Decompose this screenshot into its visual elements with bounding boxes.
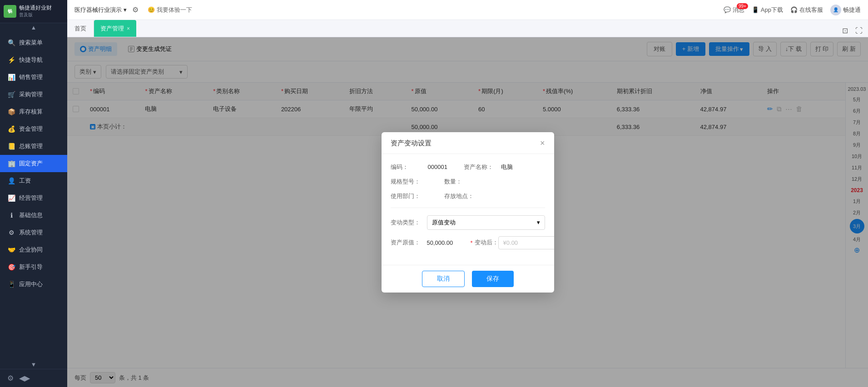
company-dropdown-icon: ▾ — [124, 6, 127, 13]
dialog-change-type-row: 变动类型： 原值变动 ▾ — [391, 215, 545, 230]
tab-expand-icon[interactable]: ⛶ — [853, 25, 864, 37]
dialog-cancel-btn[interactable]: 取消 — [422, 271, 465, 287]
basic-info-icon: ℹ — [7, 211, 15, 219]
app-title: 畅捷通好业财 — [19, 5, 52, 12]
dialog-qty-label: 数量： — [444, 178, 476, 186]
ledger-icon: 📒 — [7, 142, 15, 150]
user-name: 畅捷通 — [843, 6, 861, 14]
sidebar-item-purchase[interactable]: 🛒 采购管理 — [0, 86, 67, 103]
dialog-row-code-name: 编码： 000001 资产名称： 电脑 — [391, 163, 545, 171]
change-type-dropdown-icon: ▾ — [537, 219, 540, 226]
fund-icon: 💰 — [7, 125, 15, 133]
sidebar-item-operations[interactable]: 📈 经营管理 — [0, 189, 67, 207]
sidebar-item-fixed-assets[interactable]: 🏢 固定资产 — [0, 155, 67, 172]
sidebar-scroll-up[interactable]: ▲ — [0, 23, 67, 32]
system-icon: ⚙ — [7, 228, 15, 237]
page-content: 资产明细 变更生成凭证 对账 + 新增 批量操作 ▾ 导 入 ↓下 载 打 印 — [67, 37, 868, 387]
payroll-icon: 👤 — [7, 177, 15, 185]
dialog-required-mark: * — [471, 239, 473, 246]
dialog-save-btn[interactable]: 保存 — [472, 271, 514, 287]
tabbar: 首页 资产管理 × ⊡ ⛶ — [67, 20, 868, 37]
dialog-footer: 取消 保存 — [382, 265, 554, 293]
fixed-assets-icon: 🏢 — [7, 159, 15, 168]
logo-icon: 畅 — [4, 5, 16, 18]
sidebar-item-ledger[interactable]: 📒 总账管理 — [0, 138, 67, 155]
dialog-original-label: 资产原值： — [391, 238, 427, 247]
messages-btn[interactable]: 💬 消息 99+ — [724, 6, 744, 14]
inventory-icon: 📦 — [7, 108, 15, 116]
topbar-right: 💬 消息 99+ 📱 App下载 🎧 在线客服 👤 畅捷通 — [724, 5, 861, 15]
sidebar-item-quick-nav[interactable]: ⚡ 快捷导航 — [0, 51, 67, 69]
app-download-icon: 📱 — [752, 6, 759, 13]
dialog-name-value: 电脑 — [501, 163, 513, 171]
purchase-icon: 🛒 — [7, 90, 15, 99]
dialog-change-type-select[interactable]: 原值变动 ▾ — [427, 215, 545, 230]
dialog-after-label: 变动后： — [475, 238, 498, 247]
messages-badge: 99+ — [737, 3, 748, 9]
dialog-body: 编码： 000001 资产名称： 电脑 规格型号： 数量： — [382, 154, 554, 265]
avatar: 👤 — [830, 5, 841, 15]
app-center-icon: 📱 — [7, 280, 15, 288]
operations-icon: 📈 — [7, 194, 15, 202]
company-name: 医疗器械行业演示 — [74, 6, 122, 14]
sidebar-item-search[interactable]: 🔍 搜索菜单 — [0, 34, 67, 51]
tab-home[interactable]: 首页 — [67, 20, 94, 37]
sales-icon: 📊 — [7, 73, 15, 81]
dialog-title: 资产变动设置 — [391, 139, 432, 148]
dialog-spec-label: 规格型号： — [391, 178, 422, 186]
sidebar-item-basic-info[interactable]: ℹ 基础信息 — [0, 207, 67, 224]
sidebar-header: 畅 畅捷通好业财 普及版 — [0, 0, 67, 23]
collapse-icon[interactable]: ◀▶ — [19, 374, 30, 382]
user-menu[interactable]: 👤 畅捷通 — [830, 5, 861, 15]
dialog-code-label: 编码： — [391, 163, 422, 171]
sidebar-item-enterprise[interactable]: 🤝 企业协同 — [0, 241, 67, 258]
dialog-close-icon[interactable]: × — [540, 139, 545, 148]
dialog-code-value: 000001 — [428, 164, 447, 170]
dialog-change-type-value: 原值变动 — [432, 218, 456, 227]
sidebar-item-fund[interactable]: 💰 资金管理 — [0, 120, 67, 138]
tab-close-icon[interactable]: × — [127, 25, 130, 32]
app-edition: 普及版 — [19, 12, 52, 18]
sidebar-item-payroll[interactable]: 👤 工资 — [0, 172, 67, 189]
app-download-btn[interactable]: 📱 App下载 — [752, 6, 783, 14]
search-icon: 🔍 — [7, 39, 15, 47]
dialog-dept-label: 使用部门： — [391, 192, 422, 200]
dialog-header: 资产变动设置 × — [382, 132, 554, 154]
customer-service-btn[interactable]: 🎧 在线客服 — [790, 6, 823, 14]
dialog-original-value: 50,000.00 — [427, 239, 463, 246]
customer-service-icon: 🎧 — [790, 6, 798, 13]
tab-asset-management[interactable]: 资产管理 × — [94, 20, 136, 37]
modal-overlay: 资产变动设置 × 编码： 000001 资产名称： 电脑 规格 — [67, 37, 868, 387]
sidebar-title-wrap: 畅捷通好业财 普及版 — [19, 5, 52, 18]
tabbar-right: ⊡ ⛶ — [840, 25, 868, 37]
sidebar-item-sales[interactable]: 📊 销售管理 — [0, 69, 67, 86]
tab-window-restore-icon[interactable]: ⊡ — [840, 25, 850, 37]
dialog-location-label: 存放地点： — [444, 192, 476, 200]
sidebar-nav: 🔍 搜索菜单 ⚡ 快捷导航 📊 销售管理 🛒 采购管理 📦 库存核算 💰 资金管… — [0, 32, 67, 360]
enterprise-icon: 🤝 — [7, 246, 15, 254]
main-area: 医疗器械行业演示 ▾ ⚙ 😊 我要体验一下 💬 消息 99+ 📱 App下载 🎧… — [67, 0, 868, 387]
topbar: 医疗器械行业演示 ▾ ⚙ 😊 我要体验一下 💬 消息 99+ 📱 App下载 🎧… — [67, 0, 868, 20]
quick-nav-icon: ⚡ — [7, 56, 15, 64]
dialog-change-type-label: 变动类型： — [391, 218, 427, 227]
sidebar-item-guide[interactable]: 🎯 新手引导 — [0, 258, 67, 276]
guide-icon: 🎯 — [7, 263, 15, 271]
dialog-asset-change: 资产变动设置 × 编码： 000001 资产名称： 电脑 规格 — [382, 132, 554, 293]
sidebar-scroll-down[interactable]: ▼ — [0, 360, 67, 369]
sidebar-footer: ⚙ ◀▶ — [0, 369, 67, 387]
dialog-row-dept-location: 使用部门： 存放地点： — [391, 192, 545, 200]
dialog-name-label: 资产名称： — [464, 163, 496, 171]
dialog-after-change-input[interactable] — [498, 236, 554, 249]
sidebar-item-inventory[interactable]: 📦 库存核算 — [0, 103, 67, 120]
sidebar-item-system[interactable]: ⚙ 系统管理 — [0, 224, 67, 241]
settings-icon[interactable]: ⚙ — [7, 374, 14, 382]
dialog-value-row: 资产原值： 50,000.00 * 变动后： — [391, 236, 545, 249]
topbar-settings-icon[interactable]: ⚙ — [132, 5, 139, 14]
experience-icon: 😊 — [148, 6, 155, 13]
sidebar: 畅 畅捷通好业财 普及版 ▲ 🔍 搜索菜单 ⚡ 快捷导航 📊 销售管理 🛒 采购… — [0, 0, 67, 387]
sidebar-item-app-center[interactable]: 📱 应用中心 — [0, 276, 67, 293]
content-area: 资产明细 变更生成凭证 对账 + 新增 批量操作 ▾ 导 入 ↓下 载 打 印 — [67, 37, 868, 387]
dialog-row-spec-qty: 规格型号： 数量： — [391, 178, 545, 186]
company-selector[interactable]: 医疗器械行业演示 ▾ — [74, 6, 127, 14]
experience-btn[interactable]: 😊 我要体验一下 — [148, 6, 192, 14]
